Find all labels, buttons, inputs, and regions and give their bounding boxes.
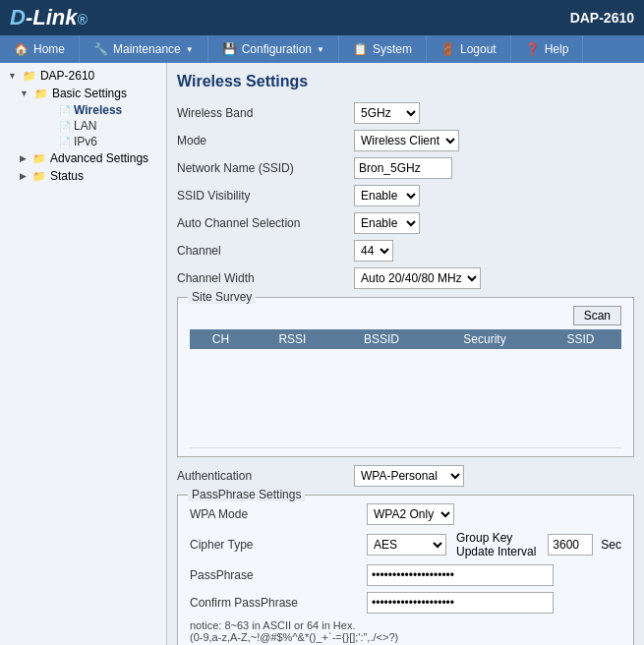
sidebar-advanced-settings[interactable]: ▶ 📁 Advanced Settings: [12, 149, 166, 167]
channel-control: 44 36 40 48: [354, 240, 393, 262]
notice-text: notice: 8~63 in ASCII or 64 in Hex. (0-9…: [190, 619, 621, 643]
confirm-passphrase-row: Confirm PassPhrase: [190, 592, 621, 614]
config-arrow: ▼: [317, 45, 324, 54]
confirm-passphrase-control: [367, 592, 554, 614]
channel-row: Channel 44 36 40 48: [177, 240, 634, 262]
channel-select[interactable]: 44 36 40 48: [354, 240, 393, 262]
auto-channel-label: Auto Channel Selection: [177, 216, 354, 230]
passphrase-row: PassPhrase: [190, 564, 621, 586]
status-expand-icon: ▶: [20, 171, 27, 181]
wireless-doc-icon: 📄: [59, 105, 71, 116]
basic-expand-icon: ▼: [20, 88, 29, 98]
col-bssid: BSSID: [333, 329, 430, 349]
logo: D-Link®: [10, 5, 88, 30]
nav-maintenance-label: Maintenance: [113, 42, 181, 56]
cipher-label: Cipher Type: [190, 538, 367, 552]
site-survey-title: Site Survey: [188, 290, 256, 304]
sidebar-item-lan[interactable]: 📄 LAN: [31, 118, 166, 134]
notice-line1: notice: 8~63 in ASCII or 64 in Hex.: [190, 619, 355, 631]
cipher-control: AES TKIP TKIP/AES Group Key Update Inter…: [367, 531, 621, 558]
group-key-unit: Sec: [601, 538, 621, 552]
content-area: Wireless Settings Wireless Band 5GHz 2.4…: [167, 63, 644, 645]
nav-home-label: Home: [33, 42, 65, 56]
logout-icon: 🚪: [440, 42, 455, 56]
col-ch: CH: [190, 329, 252, 349]
cipher-row: Cipher Type AES TKIP TKIP/AES Group Key …: [190, 531, 621, 558]
survey-body: [190, 349, 621, 447]
group-key-label: Group Key Update Interval: [456, 531, 542, 558]
wireless-band-row: Wireless Band 5GHz 2.4GHz: [177, 102, 634, 124]
scan-button[interactable]: Scan: [573, 306, 621, 325]
sidebar-basic-settings[interactable]: ▼ 📁 Basic Settings: [12, 85, 166, 102]
network-name-label: Network Name (SSID): [177, 161, 354, 175]
wpa-mode-label: WPA Mode: [190, 507, 367, 521]
nav-maintenance[interactable]: 🔧 Maintenance ▼: [80, 35, 208, 63]
site-survey-table: CH RSSI BSSID Security SSID: [190, 329, 621, 448]
passphrase-title: PassPhrase Settings: [188, 488, 305, 501]
sidebar-basic-label: Basic Settings: [52, 87, 127, 100]
sidebar: ▼ 📁 DAP-2610 ▼ 📁 Basic Settings 📄 Wirele…: [0, 63, 167, 645]
ipv6-doc-icon: 📄: [59, 137, 71, 147]
system-icon: 📋: [353, 42, 368, 56]
mode-control: Wireless Client Access Point: [354, 130, 459, 151]
lan-doc-icon: 📄: [59, 121, 71, 132]
auto-channel-row: Auto Channel Selection Enable Disable: [177, 212, 634, 234]
maintenance-icon: 🔧: [93, 42, 108, 56]
authentication-label: Authentication: [177, 469, 354, 483]
channel-width-row: Channel Width Auto 20/40/80 MHz 20 MHz 4…: [177, 267, 634, 289]
authentication-row: Authentication WPA-Personal WPA-Enterpri…: [177, 465, 634, 487]
help-icon: ❓: [525, 42, 540, 56]
col-security: Security: [430, 329, 540, 349]
wireless-band-select[interactable]: 5GHz 2.4GHz: [354, 102, 420, 124]
network-name-input[interactable]: [354, 157, 452, 179]
sidebar-item-wireless[interactable]: 📄 Wireless: [31, 102, 166, 118]
channel-width-control: Auto 20/40/80 MHz 20 MHz 40 MHz: [354, 267, 481, 289]
sidebar-root-label: DAP-2610: [40, 69, 94, 83]
header: D-Link® DAP-2610: [0, 0, 644, 35]
nav-system[interactable]: 📋 System: [339, 35, 427, 63]
nav-help[interactable]: ❓ Help: [511, 35, 584, 63]
auto-channel-control: Enable Disable: [354, 212, 420, 234]
advanced-folder-icon: 📁: [32, 152, 46, 165]
sidebar-lan-label: LAN: [74, 119, 96, 133]
sidebar-wireless-label: Wireless: [74, 103, 122, 117]
sidebar-advanced-label: Advanced Settings: [50, 151, 148, 165]
nav-config-label: Configuration: [242, 42, 312, 56]
cipher-select[interactable]: AES TKIP TKIP/AES: [367, 534, 446, 556]
authentication-control: WPA-Personal WPA-Enterprise Open: [354, 465, 464, 487]
sidebar-status[interactable]: ▶ 📁 Status: [12, 167, 166, 185]
nav-logout[interactable]: 🚪 Logout: [427, 35, 511, 63]
nav-help-label: Help: [545, 42, 569, 56]
sidebar-root[interactable]: ▼ 📁 DAP-2610: [0, 67, 166, 85]
status-folder-icon: 📁: [32, 170, 46, 183]
confirm-passphrase-label: Confirm PassPhrase: [190, 596, 367, 610]
wpa-mode-select[interactable]: WPA2 Only WPA Only WPA2/WPA: [367, 503, 454, 525]
passphrase-label: PassPhrase: [190, 568, 367, 582]
nav-logout-label: Logout: [460, 42, 497, 56]
nav-configuration[interactable]: 💾 Configuration ▼: [208, 35, 339, 63]
ssid-visibility-row: SSID Visibility Enable Disable: [177, 185, 634, 206]
nav-system-label: System: [373, 42, 412, 56]
nav-home[interactable]: 🏠 Home: [0, 35, 80, 63]
mode-select[interactable]: Wireless Client Access Point: [354, 130, 459, 151]
advanced-expand-icon: ▶: [20, 153, 27, 163]
ssid-visibility-select[interactable]: Enable Disable: [354, 185, 420, 206]
authentication-select[interactable]: WPA-Personal WPA-Enterprise Open: [354, 465, 464, 487]
wireless-band-control: 5GHz 2.4GHz: [354, 102, 420, 124]
basic-folder-icon: 📁: [34, 88, 48, 100]
network-name-row: Network Name (SSID): [177, 157, 634, 179]
group-key-input[interactable]: [548, 534, 593, 556]
channel-width-select[interactable]: Auto 20/40/80 MHz 20 MHz 40 MHz: [354, 267, 481, 289]
confirm-passphrase-input[interactable]: [367, 592, 554, 614]
mode-row: Mode Wireless Client Access Point: [177, 130, 634, 151]
channel-label: Channel: [177, 244, 354, 258]
col-rssi: RSSI: [252, 329, 333, 349]
passphrase-input[interactable]: [367, 564, 554, 586]
site-survey-section: Site Survey Scan CH RSSI BSSID Security …: [177, 297, 634, 457]
sidebar-item-ipv6[interactable]: 📄 IPv6: [31, 134, 166, 149]
navbar: 🏠 Home 🔧 Maintenance ▼ 💾 Configuration ▼…: [0, 35, 644, 63]
passphrase-section: PassPhrase Settings WPA Mode WPA2 Only W…: [177, 495, 634, 646]
col-ssid: SSID: [540, 329, 621, 349]
auto-channel-select[interactable]: Enable Disable: [354, 212, 420, 234]
maintenance-arrow: ▼: [186, 45, 194, 54]
